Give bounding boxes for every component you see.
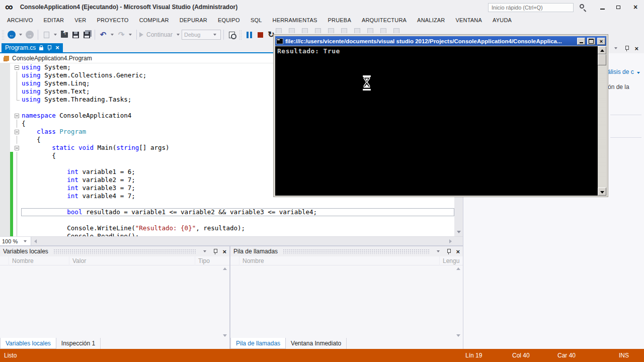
- navigate-forward-button[interactable]: →: [24, 29, 35, 41]
- menu-analizar[interactable]: ANALIZAR: [417, 17, 445, 23]
- panel-scrollbar[interactable]: [221, 265, 229, 339]
- continue-button[interactable]: Continuar: [139, 29, 182, 41]
- menu-ventana[interactable]: VENTANA: [456, 17, 482, 23]
- scrollbar-thumb[interactable]: [598, 54, 606, 65]
- back-dropdown-icon[interactable]: [19, 34, 22, 36]
- open-file-button[interactable]: [59, 29, 70, 41]
- close-button[interactable]: ×: [629, 2, 642, 12]
- save-all-button[interactable]: [81, 29, 92, 41]
- console-maximize-button[interactable]: [587, 38, 595, 45]
- menu-prueba[interactable]: PRUEBA: [328, 17, 351, 23]
- column-header-lengu[interactable]: Lengu: [440, 256, 463, 265]
- undo-button[interactable]: ↶: [98, 29, 109, 41]
- console-title-bar[interactable]: file:///c:/users/vicente/documents/visua…: [275, 36, 606, 46]
- pin-icon[interactable]: [446, 248, 451, 254]
- console-scrollbar[interactable]: [598, 46, 606, 196]
- editor-horizontal-scrollbar[interactable]: 100 %: [0, 236, 463, 245]
- tab-ventana-inmediato[interactable]: Ventana Inmediato: [286, 338, 347, 349]
- scroll-right-icon[interactable]: [449, 239, 452, 243]
- panel-scrollbar[interactable]: [455, 265, 462, 339]
- menu-editar[interactable]: EDITAR: [44, 17, 64, 23]
- redo-dropdown-icon[interactable]: [129, 34, 132, 36]
- pin-icon[interactable]: [213, 248, 218, 254]
- locals-body[interactable]: [0, 265, 229, 339]
- tab-variables-locales[interactable]: Variables locales: [0, 338, 56, 349]
- scroll-down-icon[interactable]: [456, 334, 460, 337]
- column-header-nombre[interactable]: Nombre: [9, 256, 69, 265]
- fold-collapse-icon[interactable]: [15, 130, 19, 134]
- restore-button[interactable]: [612, 2, 625, 12]
- find-in-files-button[interactable]: [226, 29, 237, 41]
- save-button[interactable]: [70, 29, 81, 41]
- toolbar-grip[interactable]: [239, 30, 242, 40]
- menu-equipo[interactable]: EQUIPO: [218, 17, 240, 23]
- pause-button[interactable]: [244, 29, 255, 41]
- redo-button[interactable]: ↷: [116, 29, 127, 41]
- menu-sql[interactable]: SQL: [251, 17, 262, 23]
- quick-launch-input[interactable]: [488, 3, 574, 12]
- fold-collapse-icon[interactable]: [15, 114, 19, 118]
- scroll-up-icon[interactable]: [456, 267, 460, 270]
- menu-depurar[interactable]: DEPURAR: [180, 17, 207, 23]
- debug-configuration-dropdown[interactable]: Debug: [182, 30, 221, 40]
- close-icon[interactable]: ×: [55, 45, 59, 51]
- tab-inspección-1[interactable]: Inspección 1: [56, 338, 101, 349]
- minimize-button[interactable]: [596, 2, 609, 12]
- divider: [610, 137, 641, 138]
- close-icon[interactable]: ×: [222, 248, 226, 255]
- lock-icon: [39, 47, 43, 50]
- menu-arquitectura[interactable]: ARQUITECTURA: [362, 17, 407, 23]
- title-bar[interactable]: ∞ ConsoleApplication4 (Ejecutando) - Mic…: [0, 0, 644, 14]
- continue-dropdown-icon[interactable]: [177, 34, 180, 36]
- column-header-valor[interactable]: Valor: [69, 256, 195, 265]
- pin-icon[interactable]: [624, 45, 629, 51]
- console-output-text: Resultado: True: [277, 47, 340, 55]
- scroll-up-icon[interactable]: [598, 46, 606, 54]
- locals-panel-header[interactable]: Variables locales ×: [0, 246, 229, 256]
- zoom-dropdown[interactable]: 100 %: [0, 237, 31, 246]
- new-item-dropdown-icon[interactable]: [54, 34, 57, 36]
- status-bar: Listo Lín 19 Col 40 Car 40 INS: [0, 349, 644, 362]
- stop-button[interactable]: [255, 29, 266, 41]
- menu-ayuda[interactable]: AYUDA: [493, 17, 512, 23]
- navigate-back-button[interactable]: ←: [6, 29, 17, 41]
- tab-program-cs[interactable]: Program.cs ×: [2, 43, 63, 52]
- callstack-panel-header[interactable]: Pila de llamadas ×: [230, 246, 463, 256]
- scroll-down-icon[interactable]: [598, 188, 606, 196]
- scroll-up-icon[interactable]: [223, 267, 227, 270]
- tab-pila-de-llamadas[interactable]: Pila de llamadas: [230, 338, 286, 349]
- pin-icon[interactable]: [47, 45, 52, 51]
- callstack-body[interactable]: [230, 265, 463, 339]
- close-icon[interactable]: ×: [456, 248, 460, 255]
- code-line: Console.WriteLine("Resultado: {0}", resu…: [0, 224, 454, 232]
- column-header-tipo[interactable]: Tipo: [195, 256, 229, 265]
- menu-archivo[interactable]: ARCHIVO: [7, 17, 33, 23]
- vs-logo-icon: ∞: [5, 1, 13, 14]
- toolbar-grip[interactable]: [2, 30, 5, 40]
- fold-collapse-icon[interactable]: [15, 146, 19, 150]
- scroll-left-icon[interactable]: [34, 239, 37, 243]
- right-panel-link-fragment[interactable]: álisis de c: [607, 68, 642, 75]
- panel-menu-icon[interactable]: [437, 250, 440, 252]
- fold-collapse-icon[interactable]: [15, 65, 19, 70]
- locals-tab-strip: Variables localesInspección 1: [0, 338, 101, 349]
- panel-menu-icon[interactable]: [614, 47, 617, 49]
- scroll-down-icon[interactable]: [223, 334, 227, 337]
- panel-menu-icon[interactable]: [203, 250, 206, 252]
- column-header-nombre[interactable]: Nombre: [239, 256, 440, 265]
- close-icon[interactable]: ×: [634, 45, 638, 52]
- menu-ver[interactable]: VER: [74, 17, 86, 23]
- menu-proyecto[interactable]: PROYECTO: [97, 17, 128, 23]
- new-item-button[interactable]: [41, 29, 52, 41]
- menu-compilar[interactable]: COMPILAR: [139, 17, 169, 23]
- console-close-button[interactable]: ×: [597, 38, 605, 45]
- menu-herramientas[interactable]: HERRAMIENTAS: [273, 17, 317, 23]
- vs-main-window: ∞ ConsoleApplication4 (Ejecutando) - Mic…: [0, 0, 644, 362]
- class-dropdown[interactable]: ConsoleApplication4.Program: [12, 55, 92, 62]
- scroll-down-icon[interactable]: [457, 231, 461, 233]
- console-minimize-button[interactable]: [577, 38, 585, 45]
- code-line: [0, 216, 454, 224]
- search-icon[interactable]: [580, 4, 584, 9]
- undo-dropdown-icon[interactable]: [111, 34, 114, 36]
- debug-toolbar-partial-icons: [276, 28, 492, 34]
